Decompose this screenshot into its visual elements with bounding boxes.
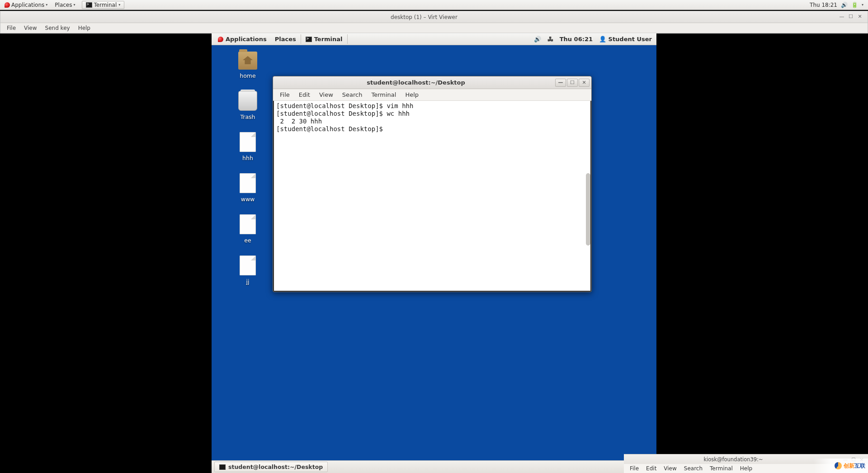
maximize-button[interactable]: ☐ xyxy=(848,14,854,20)
terminal-scrollbar[interactable] xyxy=(585,101,590,291)
host-applications-label: Applications xyxy=(11,2,44,8)
host-terminal-title: kiosk@foundation39:~ xyxy=(624,456,843,463)
terminal-titlebar[interactable]: student@localhost:~/Desktop — ☐ ✕ xyxy=(273,76,591,89)
terminal-line: [student@localhost Desktop]$ wc hhh xyxy=(276,110,410,117)
virt-viewer-title: desktop (1) – Virt Viewer xyxy=(9,14,839,20)
terminal-line: [student@localhost Desktop]$ xyxy=(276,125,387,132)
user-menu[interactable]: 👤 Student User xyxy=(599,36,652,43)
desktop-icon-label: Trash xyxy=(240,114,255,120)
terminal-body[interactable]: [student@localhost Desktop]$ vim hhh [st… xyxy=(274,101,590,291)
host-places-menu[interactable]: Places ▾ xyxy=(52,1,78,9)
guest-applications-label: Applications xyxy=(226,36,267,43)
host-top-panel: Applications ▾ Places ▾ Terminal ▾ Thu 1… xyxy=(0,0,868,10)
terminal-menubar: File Edit View Search Terminal Help xyxy=(273,89,591,101)
guest-clock[interactable]: Thu 06:21 xyxy=(560,36,593,43)
watermark-text-1: 创新 xyxy=(844,462,854,470)
guest-top-panel: Applications Places Terminal 🔊 🖧 Thu 06:… xyxy=(212,33,656,45)
host-task-terminal[interactable]: Terminal ▾ xyxy=(82,1,125,9)
terminal-menu-help[interactable]: Help xyxy=(401,90,423,99)
chevron-down-icon[interactable]: ▾ xyxy=(862,3,863,7)
desktop-icon-label: www xyxy=(241,196,255,203)
scrollbar-thumb[interactable] xyxy=(586,173,590,246)
taskbar-terminal-label: student@localhost:~/Desktop xyxy=(228,464,323,470)
desktop-icon-home[interactable]: home xyxy=(230,52,266,79)
desktop-icon-trash[interactable]: Trash xyxy=(230,91,266,120)
host-places-label: Places xyxy=(55,2,72,8)
desktop-icon-www[interactable]: www xyxy=(230,173,266,203)
terminal-menu-search[interactable]: Search xyxy=(338,90,367,99)
vm-viewport: Applications Places Terminal 🔊 🖧 Thu 06:… xyxy=(0,33,868,473)
close-button[interactable]: ✕ xyxy=(857,14,863,20)
chevron-down-icon: ▾ xyxy=(73,3,75,7)
volume-icon[interactable]: 🔊 xyxy=(841,2,848,8)
virt-viewer-menubar: File View Send key Help xyxy=(0,23,868,33)
desktop-icon-hhh[interactable]: hhh xyxy=(230,132,266,161)
desktop-icon-label: jj xyxy=(246,278,250,285)
host-terminal-menu-view[interactable]: View xyxy=(660,464,679,473)
volume-icon[interactable]: 🔊 xyxy=(534,36,541,43)
terminal-line: [student@localhost Desktop]$ vim hhh xyxy=(276,102,413,109)
maximize-button[interactable]: ☐ xyxy=(567,79,578,87)
terminal-menu-view[interactable]: View xyxy=(315,90,337,99)
terminal-icon xyxy=(306,37,312,42)
virt-viewer-titlebar[interactable]: desktop (1) – Virt Viewer — ☐ ✕ xyxy=(0,11,868,23)
terminal-icon xyxy=(219,464,226,470)
redhat-icon xyxy=(5,2,10,8)
host-terminal-menu-search[interactable]: Search xyxy=(681,464,706,473)
file-icon xyxy=(240,214,256,234)
host-terminal-menu-edit[interactable]: Edit xyxy=(643,464,660,473)
host-applications-menu[interactable]: Applications ▾ xyxy=(2,1,50,9)
guest-task-terminal-label: Terminal xyxy=(314,36,343,43)
terminal-window[interactable]: student@localhost:~/Desktop — ☐ ✕ File E… xyxy=(273,76,592,292)
close-button[interactable]: ✕ xyxy=(579,79,590,87)
desktop-icon-label: hhh xyxy=(242,155,253,161)
battery-icon[interactable]: 🔋 xyxy=(851,2,858,8)
guest-user-label: Student User xyxy=(609,36,652,43)
virt-menu-view[interactable]: View xyxy=(20,24,40,32)
desktop-icon-jj[interactable]: jj xyxy=(230,255,266,285)
guest-applications-menu[interactable]: Applications xyxy=(214,34,270,44)
host-terminal-menu-file[interactable]: File xyxy=(627,464,642,473)
virt-menu-help[interactable]: Help xyxy=(75,24,94,32)
file-icon xyxy=(240,255,256,275)
host-clock[interactable]: Thu 18:21 xyxy=(810,2,837,8)
terminal-line: 2 2 30 hhh xyxy=(276,118,322,125)
chevron-down-icon: ▾ xyxy=(118,3,120,7)
guest-taskbar: student@localhost:~/Desktop xyxy=(212,460,656,473)
terminal-menu-edit[interactable]: Edit xyxy=(295,90,314,99)
vm-screen[interactable]: Applications Places Terminal 🔊 🖧 Thu 06:… xyxy=(212,33,656,473)
watermark-text-2: 互联 xyxy=(854,462,865,470)
desktop-icon-label: home xyxy=(240,72,255,79)
desktop-icon-label: ee xyxy=(244,237,251,244)
terminal-icon xyxy=(86,2,92,8)
chevron-down-icon: ▾ xyxy=(46,3,47,7)
desktop-icon-ee[interactable]: ee xyxy=(230,214,266,244)
file-icon xyxy=(240,173,256,193)
taskbar-terminal-button[interactable]: student@localhost:~/Desktop xyxy=(214,462,328,472)
guest-places-menu[interactable]: Places xyxy=(271,34,300,44)
guest-places-label: Places xyxy=(275,36,296,43)
network-icon[interactable]: 🖧 xyxy=(547,36,553,43)
folder-home-icon xyxy=(238,52,257,70)
user-icon: 👤 xyxy=(599,36,606,43)
virt-menu-file[interactable]: File xyxy=(3,24,19,32)
trash-icon xyxy=(238,91,257,111)
watermark-icon xyxy=(835,462,842,469)
host-tray: Thu 18:21 🔊 🔋 ▾ xyxy=(810,2,866,8)
minimize-button[interactable]: — xyxy=(555,79,566,87)
desktop-icons: home Trash hhh www ee jj xyxy=(230,52,266,285)
minimize-button[interactable]: — xyxy=(839,14,845,20)
guest-task-terminal[interactable]: Terminal xyxy=(301,34,348,44)
terminal-menu-terminal[interactable]: Terminal xyxy=(367,90,400,99)
watermark: 创新互联 xyxy=(814,459,868,473)
redhat-icon xyxy=(218,37,223,42)
host-task-terminal-label: Terminal xyxy=(94,2,117,8)
host-terminal-menu-help[interactable]: Help xyxy=(737,464,755,473)
file-icon xyxy=(240,132,256,152)
host-terminal-menu-terminal[interactable]: Terminal xyxy=(707,464,736,473)
virt-menu-sendkey[interactable]: Send key xyxy=(42,24,74,32)
terminal-menu-file[interactable]: File xyxy=(276,90,294,99)
terminal-title: student@localhost:~/Desktop xyxy=(278,79,554,86)
